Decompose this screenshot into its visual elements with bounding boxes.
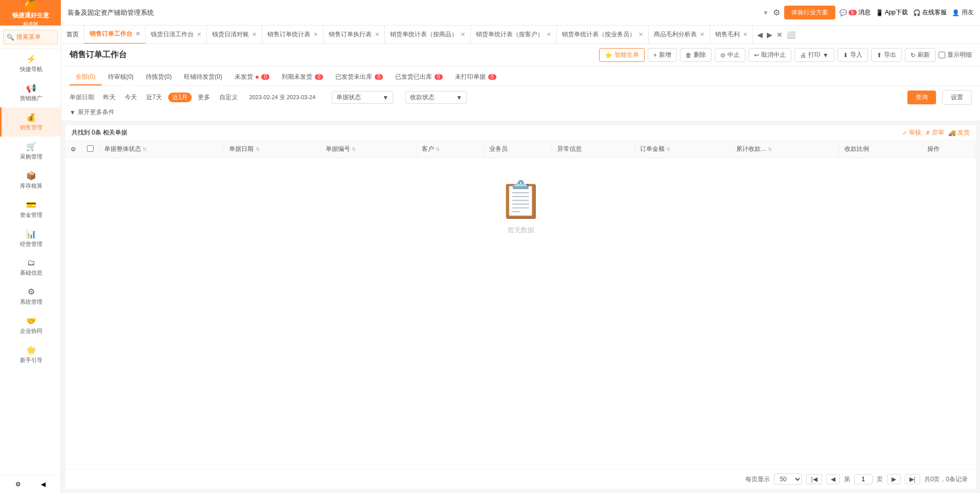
sidebar-item-base[interactable]: 🗂 基础信息 — [0, 253, 61, 282]
empty-text: 暂无数据 — [508, 226, 534, 235]
sub-tab-wangpu[interactable]: 旺铺待发货(0) — [178, 70, 229, 85]
tab-sales-order-label: 销售订单工作台 — [89, 30, 132, 38]
query-btn[interactable]: 查询 — [907, 91, 936, 104]
sub-tab-overdue[interactable]: 到期未发货 0 — [276, 70, 329, 85]
add-btn[interactable]: + 新增 — [648, 48, 677, 62]
review-action-btn[interactable]: ✓ 审核 — [902, 128, 921, 137]
stop-btn[interactable]: ⊘ 中止 — [715, 48, 745, 62]
sidebar-item-quick-nav[interactable]: ⚡ 快捷导航 — [0, 49, 61, 78]
sort-icon[interactable]: ⇅ — [666, 146, 670, 152]
sidebar-item-sales[interactable]: 💰 销售管理 — [0, 107, 61, 137]
filter-option-yesterday[interactable]: 昨天 — [100, 92, 119, 103]
tabs-next-btn[interactable]: ▶ — [766, 30, 773, 40]
user-menu[interactable]: 👤 用友 — [952, 8, 974, 17]
sidebar-item-system[interactable]: ⚙ 系统管理 — [0, 282, 61, 311]
tab-close-icon[interactable]: ✕ — [461, 31, 465, 38]
sort-icon[interactable]: ⇅ — [768, 146, 772, 152]
filter-option-custom[interactable]: 自定义 — [216, 92, 241, 103]
sort-icon[interactable]: ⇅ — [256, 146, 260, 152]
sub-tab-not-shipped[interactable]: 未发货 0 — [229, 70, 276, 85]
status-filter-select[interactable]: 单据状态 ▼ — [332, 91, 393, 104]
expand-filter-btn[interactable]: ▼ 展开更多条件 — [70, 108, 972, 117]
col-number: 单据编号 ⇅ — [320, 141, 416, 158]
settings-bottom-icon[interactable]: ⚙ — [15, 481, 21, 488]
tab-order-exec[interactable]: 销售订单执行表 ✕ — [324, 26, 385, 44]
online-service-btn[interactable]: 🎧 在线客服 — [913, 8, 947, 17]
sidebar-item-enterprise[interactable]: 🤝 企业协同 — [0, 311, 61, 340]
message-btn[interactable]: 💬 6 消息 — [839, 8, 871, 17]
cancel-stop-btn[interactable]: ↩ 取消中止 — [748, 48, 791, 62]
sidebar-search-btn[interactable]: 🔍 搜索菜单 — [3, 30, 58, 44]
show-detail-checkbox[interactable] — [939, 52, 945, 58]
tab-close-icon[interactable]: ✕ — [135, 31, 140, 37]
tab-sales-more[interactable]: 销售毛利 ✕ — [710, 26, 753, 44]
payment-filter-select[interactable]: 收款状态 ▼ — [405, 91, 467, 104]
print-btn[interactable]: 🖨 打印 ▼ — [794, 48, 834, 62]
sort-icon[interactable]: ⇅ — [143, 146, 147, 152]
last-page-btn[interactable]: ▶| — [905, 474, 920, 484]
trial-btn[interactable]: 体验行业方案 — [784, 6, 835, 19]
sidebar-item-operation[interactable]: 📊 经营管理 — [0, 224, 61, 253]
filter-option-today[interactable]: 今天 — [122, 92, 140, 103]
topbar-dropdown-icon[interactable]: ▼ — [763, 9, 769, 16]
page-number-input[interactable] — [854, 474, 873, 484]
sidebar-item-purchase[interactable]: 🛒 采购管理 — [0, 137, 61, 166]
tab-close-icon[interactable]: ✕ — [743, 31, 747, 38]
sidebar-item-finance[interactable]: 💳 资金管理 — [0, 195, 61, 224]
tabs-prev-btn[interactable]: ◀ — [756, 30, 764, 40]
tabs-expand-btn[interactable]: ⬜ — [786, 30, 796, 40]
sub-tab-all[interactable]: 全部(0) — [70, 70, 102, 85]
sub-tab-pending-inspect[interactable]: 待拣货(0) — [140, 70, 178, 85]
delete-btn[interactable]: 🗑 删除 — [680, 48, 712, 62]
tab-order-stats[interactable]: 销售订单统计表 ✕ — [262, 26, 324, 44]
tabs-close-all-btn[interactable]: ✕ — [776, 30, 784, 40]
next-page-btn[interactable]: ▶ — [887, 474, 901, 484]
sidebar-item-inventory[interactable]: 📦 库存核算 — [0, 166, 61, 195]
topbar-settings-icon[interactable]: ⚙ — [773, 8, 780, 17]
tab-cash-daily[interactable]: 钱货日清工作台 ✕ — [146, 26, 207, 44]
collapse-sidebar-icon[interactable]: ◀ — [41, 481, 45, 488]
sub-tab-pending-review[interactable]: 待审核(0) — [102, 70, 140, 85]
sort-icon[interactable]: ⇅ — [436, 146, 440, 152]
tab-close-icon[interactable]: ✕ — [375, 31, 379, 38]
ship-action-btn[interactable]: 🚚 发货 — [948, 128, 970, 137]
tab-close-icon[interactable]: ✕ — [639, 31, 643, 38]
import-btn[interactable]: ⬇ 导入 — [837, 48, 868, 62]
app-download-btn[interactable]: 📱 App下载 — [876, 8, 908, 17]
col-settings[interactable]: ⚙ — [65, 141, 82, 158]
tab-close-icon[interactable]: ✕ — [252, 31, 257, 38]
refresh-btn[interactable]: ↻ 刷新 — [905, 48, 936, 62]
sub-tab-not-printed[interactable]: 未打印单据 0 — [449, 70, 503, 85]
select-all-checkbox[interactable] — [87, 145, 94, 152]
filter-option-7days[interactable]: 近7天 — [143, 92, 165, 103]
unreview-action-btn[interactable]: ✗ 弃审 — [925, 128, 944, 137]
tab-sales-order[interactable]: 销售订单工作台 ✕ — [84, 26, 146, 44]
filter-option-1month[interactable]: 近1月 — [168, 93, 192, 102]
tab-close-icon[interactable]: ✕ — [197, 31, 201, 38]
per-page-select[interactable]: 10 20 50 100 — [774, 474, 802, 485]
smart-generate-btn[interactable]: ⭐ 智能生单 — [599, 48, 645, 62]
tab-sales-stats-salesman[interactable]: 销货单统计表（按业务员） ✕ — [557, 26, 649, 44]
tab-close-icon[interactable]: ✕ — [700, 31, 704, 38]
sort-icon[interactable]: ⇅ — [352, 146, 356, 152]
sub-tab-shipped-out[interactable]: 已发货已出库 0 — [389, 70, 449, 85]
prev-page-btn[interactable]: ◀ — [826, 474, 840, 484]
sub-tab-shipped-not-out[interactable]: 已发货未出库 0 — [329, 70, 389, 85]
set-btn[interactable]: 设置 — [942, 90, 972, 105]
tab-cash-reconcile[interactable]: 钱货日清对账 ✕ — [207, 26, 262, 44]
export-btn[interactable]: ⬆ 导出 — [871, 48, 902, 62]
table-scroll-container[interactable]: ⚙ 单据整体状态 ⇅ 单据日期 ⇅ 单据编号 ⇅ 客户 ⇅ 业务员 异常信息 订… — [65, 141, 976, 469]
tab-gross-margin[interactable]: 商品毛利分析表 ✕ — [649, 26, 710, 44]
show-detail-toggle[interactable]: 显示明细 — [939, 51, 972, 59]
tab-close-icon[interactable]: ✕ — [546, 31, 551, 38]
col-ratio: 收款比例 — [839, 141, 922, 158]
sidebar-item-marketing[interactable]: 📢 营销推广 — [0, 78, 61, 107]
col-checkbox[interactable] — [82, 141, 99, 158]
first-page-btn[interactable]: |◀ — [806, 474, 822, 484]
tab-home[interactable]: 首页 — [61, 26, 84, 44]
filter-option-more[interactable]: 更多 — [195, 92, 213, 103]
tab-sales-stats-customer[interactable]: 销货单统计表（按客户） ✕ — [471, 26, 557, 44]
tab-close-icon[interactable]: ✕ — [313, 31, 318, 38]
tab-sales-stats-product[interactable]: 销货单统计表（按商品） ✕ — [385, 26, 471, 44]
sidebar-item-guide[interactable]: 🌟 新手引导 — [0, 340, 61, 369]
